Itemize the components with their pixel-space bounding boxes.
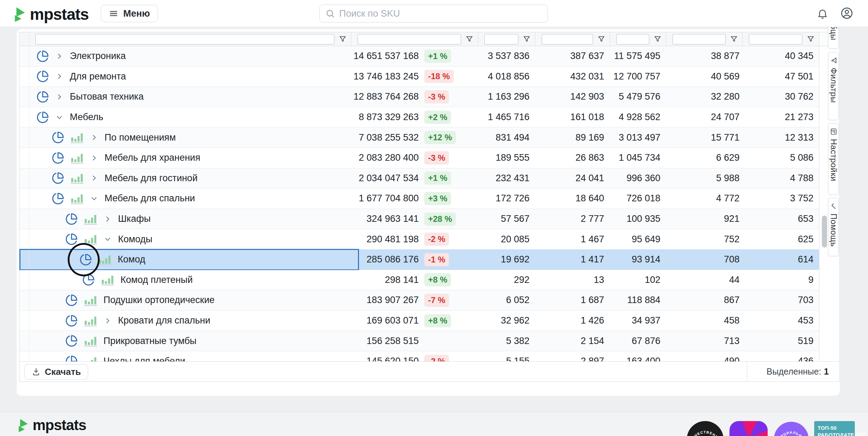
table-row[interactable]: По помещениям7 038 255 532+12 %831 49489… [19,127,819,148]
table-row[interactable]: Комоды290 481 198-2 %20 0851 46795 64975… [19,229,819,250]
revenue-cell: 298 141+8 % [351,273,478,286]
expand-chevron-icon[interactable] [55,52,64,60]
table-row[interactable]: Для ремонта13 746 183 245-18 %4 018 8564… [19,67,819,87]
metric-value: 15 771 [666,132,742,143]
download-button[interactable]: Скачать [24,364,88,379]
pie-chart-icon[interactable] [65,315,78,327]
bar-chart-icon[interactable] [98,254,111,266]
metric-value: 21 273 [742,112,819,123]
pie-chart-icon[interactable] [65,335,78,347]
collapse-chevron-icon[interactable] [103,235,112,243]
column-filter-input[interactable] [484,34,518,44]
category-name: По помещениям [105,132,176,143]
column-filter-input[interactable] [673,34,726,44]
award-badge-black: ОТЕЧЕСТВЕННОЕ [687,421,724,436]
menu-button[interactable]: Меню [101,5,158,22]
table-row[interactable]: Электроника14 651 537 168+1 %3 537 83638… [19,46,819,67]
pie-chart-icon[interactable] [36,70,49,83]
column-filter-input[interactable] [542,34,593,44]
side-tab-help[interactable]: Помощь [828,198,839,256]
expand-chevron-icon[interactable] [103,215,112,223]
table-row[interactable]: Мебель для гостиной2 034 047 534+1 %232 … [19,168,819,189]
category-name: Чехлы для мебели [103,356,185,361]
bar-chart-icon[interactable] [84,213,97,225]
pie-chart-icon[interactable] [65,213,78,225]
pie-chart-icon[interactable] [52,152,64,164]
search-input[interactable] [339,8,542,19]
column-filter-input[interactable] [35,34,334,44]
pie-chart-icon[interactable] [36,111,49,124]
expand-chevron-icon[interactable] [90,134,98,141]
bar-chart-icon[interactable] [84,294,97,306]
column-filter-input[interactable] [749,34,802,44]
table-row[interactable]: Прикроватные тумбы156 258 5155 3822 1546… [19,331,819,351]
table-row[interactable]: Бытовая техника12 883 764 268-3 %1 163 2… [19,87,819,107]
bar-chart-icon[interactable] [70,172,84,184]
expand-chevron-icon[interactable] [90,174,98,182]
revenue-value: 285 086 176 [367,254,419,265]
filter-funnel-icon[interactable] [523,35,531,43]
bar-chart-icon[interactable] [101,274,114,286]
table-row[interactable]: Мебель для спальни1 677 704 800+3 %172 7… [19,188,819,209]
metric-value: 189 555 [478,152,535,163]
table-row-selected[interactable]: Комод285 086 176-1 %19 6921 41793 914708… [19,250,819,270]
expand-chevron-icon[interactable] [55,93,64,101]
table-row[interactable]: Мебель8 873 329 263+2 %1 465 716161 0184… [19,107,819,128]
table-footer-bar: Скачать Выделенные: 1 [19,361,839,382]
column-filter-input[interactable] [358,34,461,44]
filter-funnel-icon[interactable] [653,35,662,43]
bar-chart-icon[interactable] [84,335,97,347]
notifications-bell-icon[interactable] [817,7,828,21]
bar-chart-icon[interactable] [84,233,97,245]
side-tab-filters[interactable]: Фильтры [828,52,839,120]
column-filter-input[interactable] [616,34,649,44]
bar-chart-icon[interactable] [70,193,84,204]
bar-chart-icon[interactable] [84,315,97,327]
pie-chart-icon[interactable] [52,131,64,144]
expand-chevron-icon[interactable] [90,154,98,162]
table-row[interactable]: Комод плетеный298 141+8 %29213102449 [19,270,819,291]
revenue-cell: 183 907 267-7 % [351,294,478,307]
bar-chart-icon[interactable] [70,152,84,164]
expand-chevron-icon[interactable] [103,317,112,325]
filter-funnel-icon[interactable] [807,35,815,43]
pie-chart-icon[interactable] [36,91,49,103]
row-gutter [19,127,29,148]
mpstats-logo[interactable]: mpstats [12,5,89,24]
filter-funnel-icon[interactable] [339,35,347,43]
metric-value: 453 [742,315,819,326]
table-row[interactable]: Подушки ортопедические183 907 267-7 %6 0… [19,290,819,311]
revenue-value: 1 677 704 800 [359,193,419,204]
collapse-chevron-icon[interactable] [55,114,64,121]
pie-chart-icon[interactable] [65,233,78,245]
bar-chart-icon[interactable] [70,132,84,143]
pie-chart-icon[interactable] [65,294,78,307]
pie-chart-icon[interactable] [36,50,49,62]
filter-funnel-icon[interactable] [597,35,606,43]
table-row[interactable]: Мебель для хранения2 083 280 400-3 %189 … [19,148,819,168]
revenue-value: 183 907 267 [367,295,419,305]
side-tab-settings[interactable]: Настройки [828,123,839,195]
pie-chart-icon[interactable] [65,355,78,361]
collapse-chevron-icon[interactable] [90,195,98,202]
filter-funnel-icon[interactable] [465,35,474,43]
change-badge: -3 % [424,151,449,165]
pie-chart-icon[interactable] [80,253,92,266]
pie-chart-icon[interactable] [82,274,95,286]
sku-search[interactable] [319,5,548,23]
revenue-value: 298 141 [385,275,419,285]
user-account-icon[interactable] [840,7,853,21]
change-badge: -2 % [424,355,449,361]
pie-chart-icon[interactable] [52,192,64,205]
change-badge-slot: +1 % [419,171,478,185]
bar-chart-icon[interactable] [84,355,97,361]
metric-value: 95 649 [610,234,666,245]
expand-chevron-icon[interactable] [55,73,64,80]
filter-funnel-icon[interactable] [730,35,738,43]
metric-value: 172 726 [478,193,535,204]
vertical-scrollbar-thumb[interactable] [822,216,827,248]
table-row[interactable]: Шкафы324 963 141+28 %57 5672 777100 9359… [19,209,819,229]
table-row-partial[interactable]: Чехлы для мебели145 620 150-2 %5 1552 89… [19,351,819,361]
pie-chart-icon[interactable] [52,172,64,184]
table-row[interactable]: Кровати для спальни169 603 071+8 %32 962… [19,311,819,331]
